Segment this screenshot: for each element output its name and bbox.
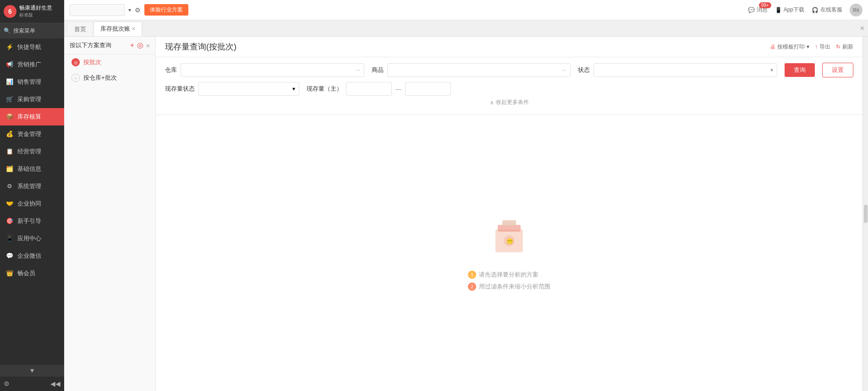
app-download-btn[interactable]: 📱 App下载	[775, 6, 804, 14]
quick-nav-label: 快捷导航	[17, 43, 41, 51]
sidebar-item-operations[interactable]: 📋 经营管理	[0, 143, 64, 160]
tip-num-2: 2	[468, 282, 476, 291]
settings-button[interactable]: 设置	[822, 63, 853, 77]
basics-icon: 🗂️	[5, 165, 14, 173]
export-btn[interactable]: ↑ 导出	[815, 43, 830, 51]
operations-icon: 📋	[5, 147, 14, 156]
sidebar-scroll-down[interactable]: ▼	[0, 365, 64, 376]
wechat-label: 企业微信	[17, 252, 41, 260]
quantity-separator: —	[394, 86, 403, 92]
sidebar-item-basics[interactable]: 🗂️ 基础信息	[0, 160, 64, 178]
finance-icon: 💰	[5, 130, 14, 138]
product-more-icon: ···	[562, 67, 566, 73]
tip-text-1: 请先选择要分析的方案	[479, 271, 538, 279]
basics-label: 基础信息	[17, 165, 41, 173]
sidebar-item-marketing[interactable]: 📢 营销推广	[0, 56, 64, 73]
print-dropdown-icon[interactable]: ▾	[807, 43, 809, 50]
empty-tip-2: 2 用过滤条件来缩小分析范围	[468, 282, 550, 291]
empty-illustration: 😶	[486, 216, 532, 261]
inventory-status-select[interactable]: ▾	[198, 82, 299, 96]
sidebar-item-apps[interactable]: 📱 应用中心	[0, 230, 64, 247]
scheme-warehouse-batch-label: 按仓库+批次	[83, 74, 117, 82]
sidebar-item-quick-nav[interactable]: ⚡ 快捷导航	[0, 38, 64, 56]
scheme-settings-icon[interactable]: ◎	[137, 42, 143, 49]
sidebar-item-sales[interactable]: 📊 销售管理	[0, 73, 64, 91]
topbar-dropdown-icon[interactable]: ▾	[128, 7, 131, 13]
quick-nav-icon: ⚡	[5, 43, 14, 51]
app-version: 标准版	[19, 12, 52, 18]
collapse-sidebar-icon[interactable]: ◀◀	[50, 380, 60, 387]
empty-tips: 1 请先选择要分析的方案 2 用过滤条件来缩小分析范围	[468, 271, 550, 291]
sidebar-item-member[interactable]: 👑 畅会员	[0, 265, 64, 282]
filter-row-1: 仓库 ··· 商品 ···	[165, 63, 853, 77]
app-info: 畅康通好生意 标准版	[19, 5, 52, 18]
warehouse-input[interactable]: ···	[181, 63, 364, 77]
company-name: 畅康通好生意	[19, 5, 52, 12]
sidebar-item-purchase[interactable]: 🛒 采购管理	[0, 91, 64, 108]
right-scrollbar[interactable]	[863, 37, 868, 391]
industry-btn[interactable]: 体验行业方案	[144, 4, 188, 16]
sidebar-item-enterprise[interactable]: 🤝 企业协同	[0, 195, 64, 212]
scheme-active-icon: ◎	[71, 58, 80, 66]
marketing-label: 营销推广	[17, 60, 41, 69]
scheme-batch-label: 按批次	[83, 58, 101, 66]
search-menu-label: 搜索菜单	[13, 27, 35, 35]
search-menu-item[interactable]: 🔍 搜索菜单	[0, 23, 64, 38]
member-icon: 👑	[5, 269, 14, 277]
collapse-panel-icon[interactable]: «	[146, 42, 150, 49]
online-support-btn[interactable]: 🎧 在线客服	[812, 6, 842, 14]
sidebar-item-system[interactable]: ⚙ 系统管理	[0, 178, 64, 195]
query-button[interactable]: 查询	[785, 63, 815, 77]
system-icon: ⚙	[5, 182, 14, 190]
scheme-panel-actions: + ◎ «	[130, 42, 150, 49]
tab-home[interactable]: 首页	[68, 22, 93, 36]
scheme-inactive-icon: ○	[71, 74, 80, 82]
refresh-btn[interactable]: ↻ 刷新	[836, 43, 853, 51]
scheme-item-batch[interactable]: ◎ 按批次	[64, 54, 155, 70]
user-avatar[interactable]: Rit	[850, 4, 863, 16]
topbar-search-input[interactable]	[70, 4, 125, 16]
add-scheme-icon[interactable]: +	[130, 42, 134, 49]
scheme-item-warehouse-batch[interactable]: ○ 按仓库+批次	[64, 70, 155, 86]
sidebar-item-wechat[interactable]: 💬 企业微信	[0, 247, 64, 265]
status-filter: 状态 ▾	[578, 63, 777, 77]
message-btn[interactable]: 💬 消息 99+	[748, 6, 768, 14]
inventory-icon: 📦	[5, 113, 14, 121]
purchase-label: 采购管理	[17, 95, 41, 103]
close-all-tabs-icon[interactable]: ×	[860, 24, 864, 33]
inventory-status-label: 现存量状态	[165, 85, 195, 93]
online-support-label: 在线客服	[820, 6, 842, 14]
app-download-label: App下载	[784, 6, 804, 14]
tip-text-2: 用过滤条件来缩小分析范围	[479, 282, 550, 291]
quantity-min-input[interactable]	[346, 82, 392, 96]
topbar: ▾ ⚙ 体验行业方案 💬 消息 99+ 📱 App下载 🎧 在线客服	[64, 0, 868, 20]
product-input[interactable]: ···	[387, 63, 571, 77]
settings-icon[interactable]: ⚙	[4, 380, 10, 387]
newbie-label: 新手引导	[17, 217, 41, 225]
sidebar-footer: ⚙ ◀◀	[0, 376, 64, 391]
page-header: 现存量查询(按批次) 🖨 按模板打印 ▾ ↑ 导出 ↻	[156, 37, 863, 57]
status-select[interactable]: ▾	[593, 63, 777, 77]
quantity-label: 现存量（主）	[307, 85, 342, 93]
sidebar-item-newbie[interactable]: 🎯 新手引导	[0, 212, 64, 230]
scheme-panel-title: 按以下方案查询	[70, 41, 111, 49]
operations-label: 经营管理	[17, 147, 41, 156]
empty-state: 😶 1 请先选择要分析的方案 2 用过滤条件来缩小分析范围	[156, 115, 863, 391]
sidebar-item-finance[interactable]: 💰 资金管理	[0, 125, 64, 143]
quantity-filter: 现存量（主） —	[307, 82, 451, 96]
sidebar-item-inventory[interactable]: 📦 库存核算	[0, 108, 64, 125]
export-btn-label: 导出	[819, 43, 830, 51]
tab-home-label: 首页	[74, 25, 86, 33]
inventory-status-dropdown-icon: ▾	[292, 86, 295, 92]
main-area: ▾ ⚙ 体验行业方案 💬 消息 99+ 📱 App下载 🎧 在线客服	[64, 0, 868, 391]
tab-close-icon[interactable]: ×	[132, 26, 135, 32]
tab-inventory-batch-label: 库存批次账	[100, 25, 130, 33]
print-btn[interactable]: 🖨 按模板打印 ▾	[770, 43, 809, 51]
product-label: 商品	[372, 66, 384, 74]
scheme-panel-header: 按以下方案查询 + ◎ «	[64, 37, 155, 54]
quantity-max-input[interactable]	[405, 82, 451, 96]
search-icon: 🔍	[4, 27, 11, 34]
collapse-more-btn[interactable]: ∧ 收起更多条件	[165, 96, 853, 109]
tab-inventory-batch[interactable]: 库存批次账 ×	[93, 22, 142, 36]
topbar-gear-icon[interactable]: ⚙	[135, 6, 141, 14]
